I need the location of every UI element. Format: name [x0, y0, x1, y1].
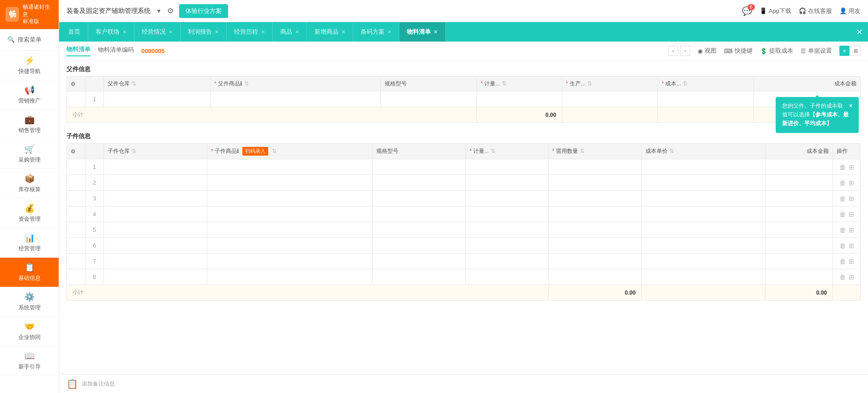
child-row-4-product[interactable]	[207, 206, 372, 222]
nav-tab-close-products[interactable]: ✕	[295, 29, 299, 35]
settings-gear-button[interactable]: ⚙	[167, 6, 174, 15]
delete-row-4-button[interactable]: 🗑	[839, 211, 846, 218]
child-row-2-qty[interactable]	[549, 175, 642, 191]
child-row-5-product[interactable]	[207, 222, 372, 238]
nav-tab-operation-history[interactable]: 经营历程✕	[227, 22, 273, 42]
child-row-5-unit[interactable]	[465, 222, 548, 238]
online-service-button[interactable]: 🎧 在线客服	[799, 7, 832, 15]
child-row-1-product[interactable]	[207, 159, 372, 175]
nav-tab-close-add-product[interactable]: ✕	[341, 29, 345, 35]
child-row-1-unit[interactable]	[465, 159, 548, 175]
nav-tab-profit-report[interactable]: 利润报告✕	[181, 22, 227, 42]
single-settings-button[interactable]: ☰ 单据设置	[801, 47, 832, 55]
child-row-5-qty[interactable]	[549, 222, 642, 238]
sidebar-item-finance[interactable]: 💰 资金管理	[0, 199, 59, 228]
delete-row-2-button[interactable]: 🗑	[839, 179, 846, 187]
nav-tab-close-operation-history[interactable]: ✕	[261, 29, 265, 35]
child-row-6-product[interactable]	[207, 238, 372, 254]
delete-row-7-button[interactable]: 🗑	[839, 258, 846, 265]
child-row-8-warehouse[interactable]	[104, 269, 207, 285]
nav-tab-close-bom[interactable]: ✕	[434, 29, 438, 35]
sidebar-item-guide[interactable]: 📖 新手引导	[0, 346, 59, 376]
copy-row-2-button[interactable]: ⊞	[849, 179, 854, 187]
trial-plan-button[interactable]: 体验行业方案	[179, 4, 228, 18]
nav-tab-close-barcode[interactable]: ✕	[387, 29, 392, 35]
child-row-7-unit[interactable]	[465, 254, 548, 269]
child-row-3-warehouse[interactable]	[104, 191, 207, 206]
sidebar-item-system[interactable]: ⚙️ 系统管理	[0, 287, 59, 317]
nav-tab-barcode[interactable]: 条码方案✕	[353, 22, 399, 42]
sidebar-item-quick-nav[interactable]: ⚡ 快捷导航	[0, 51, 59, 80]
sidebar-item-purchase[interactable]: 🛒 采购管理	[0, 139, 59, 169]
parent-row-product[interactable]	[210, 91, 380, 107]
child-row-6-warehouse[interactable]	[104, 238, 207, 254]
child-row-7-qty[interactable]	[549, 254, 642, 269]
nav-tab-close-profit-report[interactable]: ✕	[215, 29, 219, 35]
delete-row-6-button[interactable]: 🗑	[839, 242, 846, 249]
parent-row-unit[interactable]	[476, 91, 562, 107]
system-dropdown-button[interactable]: ▼	[156, 8, 162, 14]
child-row-2-product[interactable]	[207, 175, 372, 191]
scan-input-button[interactable]: 扫码录入	[242, 147, 268, 156]
nav-tab-bom[interactable]: 物料清单✕	[399, 22, 446, 42]
sidebar-item-marketing[interactable]: 📢 营销推广	[0, 80, 59, 110]
app-download-button[interactable]: 📱 App下载	[760, 7, 791, 15]
copy-row-7-button[interactable]: ⊞	[849, 258, 854, 265]
child-row-2-unit[interactable]	[465, 175, 548, 191]
nav-tab-close-customer[interactable]: ✕	[122, 29, 127, 35]
child-row-8-qty[interactable]	[549, 269, 642, 285]
copy-row-3-button[interactable]: ⊞	[849, 195, 854, 202]
nav-tab-customer[interactable]: 客户联络✕	[88, 22, 134, 42]
parent-row-cost[interactable]	[658, 91, 754, 107]
child-row-5-warehouse[interactable]	[104, 222, 207, 238]
nav-prev-button[interactable]: ‹	[668, 46, 678, 56]
parent-row-production[interactable]	[562, 91, 658, 107]
delete-row-5-button[interactable]: 🗑	[839, 226, 846, 234]
child-row-8-product[interactable]	[207, 269, 372, 285]
nav-next-button[interactable]: ›	[680, 46, 690, 56]
sidebar-item-operation[interactable]: 📊 经营管理	[0, 228, 59, 258]
close-all-tabs-button[interactable]: ✕	[853, 28, 866, 36]
delete-row-8-button[interactable]: 🗑	[839, 273, 846, 281]
view-button[interactable]: ◉ 视图	[698, 47, 717, 55]
sidebar-item-basic-info[interactable]: 📋 基础信息	[0, 258, 59, 287]
copy-row-4-button[interactable]: ⊞	[849, 211, 854, 218]
child-row-4-unit[interactable]	[465, 206, 548, 222]
user-menu-button[interactable]: 👤 用友	[839, 7, 861, 15]
delete-row-1-button[interactable]: 🗑	[839, 163, 846, 171]
child-row-2-warehouse[interactable]	[104, 175, 207, 191]
copy-row-5-button[interactable]: ⊞	[849, 226, 854, 234]
search-menu-button[interactable]: 🔍 搜索菜单	[4, 33, 55, 47]
nav-tab-close-operation-status[interactable]: ✕	[169, 29, 173, 35]
sidebar-item-enterprise[interactable]: 🤝 企业协同	[0, 317, 59, 346]
child-row-3-unit[interactable]	[465, 191, 548, 206]
nav-tab-home[interactable]: 首页	[61, 22, 88, 42]
nav-tab-add-product[interactable]: 新增商品✕	[307, 22, 353, 42]
add-notes-label[interactable]: 添加备注信息	[82, 380, 115, 388]
shortcut-button[interactable]: ⌨ 快捷键	[724, 47, 753, 55]
child-row-6-unit[interactable]	[465, 238, 548, 254]
child-row-1-warehouse[interactable]	[104, 159, 207, 175]
notification-button[interactable]: 💬 6	[742, 6, 752, 16]
parent-row-warehouse[interactable]	[104, 91, 211, 107]
sub-nav-bom-list[interactable]: 物料清单	[66, 45, 90, 56]
copy-row-8-button[interactable]: ⊞	[849, 273, 854, 281]
tooltip-close-button[interactable]: ×	[849, 102, 852, 110]
sidebar-item-inventory[interactable]: 📦 库存核算	[0, 169, 59, 199]
sidebar-item-sales[interactable]: 💼 销售管理	[0, 110, 59, 139]
child-row-3-product[interactable]	[207, 191, 372, 206]
delete-row-3-button[interactable]: 🗑	[839, 195, 846, 202]
child-row-7-product[interactable]	[207, 254, 372, 269]
grid-view-button[interactable]: ⊞	[850, 46, 861, 56]
child-row-8-unit[interactable]	[465, 269, 548, 285]
nav-tab-products[interactable]: 商品✕	[273, 22, 307, 42]
child-row-3-qty[interactable]	[549, 191, 642, 206]
nav-tab-operation-status[interactable]: 经营情况✕	[134, 22, 181, 42]
copy-row-6-button[interactable]: ⊞	[849, 242, 854, 249]
child-row-4-warehouse[interactable]	[104, 206, 207, 222]
child-row-1-qty[interactable]	[549, 159, 642, 175]
copy-row-1-button[interactable]: ⊞	[849, 163, 854, 171]
child-row-7-warehouse[interactable]	[104, 254, 207, 269]
child-row-6-qty[interactable]	[549, 238, 642, 254]
cost-extract-button[interactable]: 💲 提取成本	[760, 47, 793, 55]
